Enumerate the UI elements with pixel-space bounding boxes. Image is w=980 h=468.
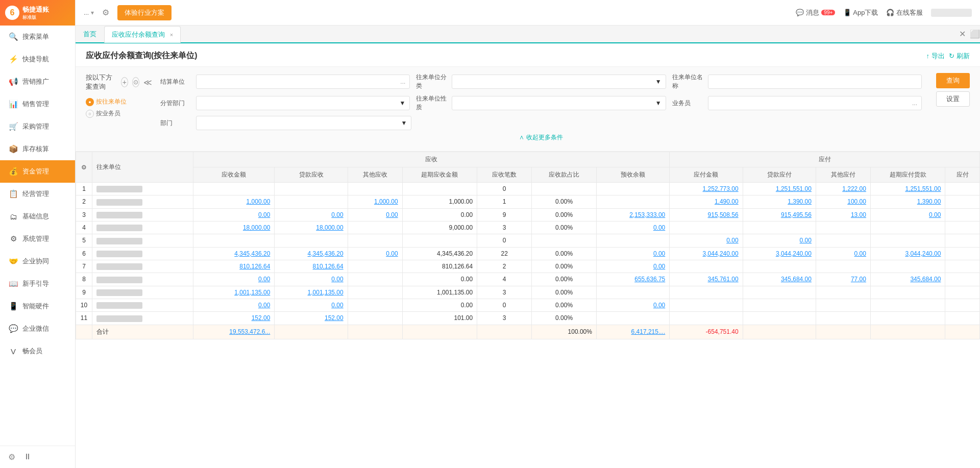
- sidebar-item-label: 企业协同: [22, 257, 49, 266]
- cell-8: [743, 286, 816, 299]
- scheme-partner-unit[interactable]: ● 按往来单位: [86, 97, 152, 106]
- sidebar-item-搜索菜单[interactable]: 🔍搜索菜单: [0, 26, 75, 48]
- export-button[interactable]: ↑ 导出: [926, 52, 945, 61]
- cell-3: 810,126.64: [402, 260, 477, 273]
- cell-9: [816, 286, 870, 299]
- table-row: 80.000.000.0040.00%655,636.75345,761.003…: [76, 273, 980, 286]
- table-row: 21,000.001,000.001,000.0010.00%1,490.001…: [76, 195, 980, 208]
- summary-ar-overdue: [402, 325, 477, 339]
- sidebar-item-label: 新手引导: [22, 279, 49, 288]
- sidebar-item-label: 采购管理: [22, 122, 49, 131]
- refresh-button[interactable]: ↻ 刷新: [949, 52, 970, 61]
- cell-seq: 1: [76, 183, 92, 195]
- sidebar-item-智能硬件[interactable]: 📱智能硬件: [0, 295, 75, 317]
- cell-9: 0.00: [816, 247, 870, 260]
- tab-ar-query[interactable]: 应收应付余额查询 ×: [104, 26, 181, 43]
- cell-4: 0: [477, 299, 532, 311]
- cell-11: [945, 273, 980, 286]
- cell-10: [870, 234, 945, 247]
- data-table: ⚙ 往来单位 应收 应付 应收金额 贷款应收 其他应收 超期应收金额 应收笔数 …: [76, 152, 980, 339]
- cell-0: 0.00: [193, 273, 275, 286]
- sidebar-item-企业协同[interactable]: 🤝企业协同: [0, 250, 75, 273]
- cell-1: [275, 195, 348, 208]
- cell-6: [596, 234, 669, 247]
- settings-button[interactable]: 设置: [936, 91, 970, 107]
- cell-1: 152.00: [275, 312, 348, 325]
- cell-1: 810,126.64: [275, 260, 348, 273]
- cell-partner: [92, 286, 193, 299]
- cell-2: 0.00: [348, 208, 402, 221]
- sidebar-item-畅会员[interactable]: V畅会员: [0, 340, 75, 362]
- filter-add-button[interactable]: +: [121, 77, 128, 87]
- cell-8: 1,390.00: [743, 195, 816, 208]
- online-support-button[interactable]: 🎧 在线客服: [886, 8, 923, 17]
- tab-close-icon[interactable]: ×: [170, 32, 173, 38]
- filter-collapse-button[interactable]: ≪: [143, 78, 152, 87]
- table-settings-icon[interactable]: ⚙: [76, 152, 92, 183]
- cell-3: 4,345,436.20: [402, 247, 477, 260]
- cell-6: [596, 286, 669, 299]
- scheme-salesperson[interactable]: ○ 按业务员: [86, 109, 152, 118]
- table-row: 11152.00152.00101.0030.00%: [76, 312, 980, 325]
- filter-input-settlement[interactable]: ...: [196, 75, 410, 89]
- cell-seq: 9: [76, 286, 92, 299]
- sidebar-item-销售管理[interactable]: 📊销售管理: [0, 93, 75, 115]
- filter-select-dept[interactable]: ▼: [196, 96, 410, 110]
- cell-7: 345,761.00: [670, 273, 743, 286]
- filter-select-department[interactable]: ▼: [196, 116, 411, 130]
- cell-3: [402, 183, 477, 195]
- filter-input-salesperson[interactable]: ...: [708, 96, 922, 110]
- app-download-button[interactable]: 📱 App下载: [843, 8, 878, 17]
- filter-more-conditions[interactable]: ∧ 收起更多条件: [160, 130, 922, 145]
- cell-7: [670, 299, 743, 311]
- scheme2-label: 按业务员: [96, 109, 120, 118]
- sidebar-item-label: 企业微信: [22, 324, 49, 333]
- sidebar-item-采购管理[interactable]: 🛒采购管理: [0, 115, 75, 138]
- cell-10: 345,684.00: [870, 273, 945, 286]
- cell-9: [816, 260, 870, 273]
- cell-seq: 2: [76, 195, 92, 208]
- sidebar-icon: 📱: [8, 301, 18, 311]
- solution-button[interactable]: 体验行业方案: [117, 5, 172, 20]
- cell-0: 152.00: [193, 312, 275, 325]
- window-maximize-button[interactable]: ⬜: [970, 29, 980, 39]
- cell-8: 0.00: [743, 234, 816, 247]
- filter-setting-button[interactable]: ⊙: [132, 77, 139, 87]
- topbar-right: 💬 消息 99+ 📱 App下载 🎧 在线客服: [796, 8, 972, 17]
- topbar-settings-icon[interactable]: ⚙: [102, 8, 109, 17]
- cell-2: [348, 183, 402, 195]
- filter-label-nature: 往来单位性质: [416, 94, 452, 112]
- sidebar-settings-icon[interactable]: ⚙: [8, 452, 15, 462]
- sidebar-item-企业微信[interactable]: 💬企业微信: [0, 317, 75, 340]
- query-button[interactable]: 查询: [936, 73, 970, 88]
- sidebar-item-经营管理[interactable]: 📋经营管理: [0, 183, 75, 205]
- tab-home[interactable]: 首页: [76, 26, 104, 42]
- table-row: 418,000.0018,000.009,000.0030.00%0.00: [76, 221, 980, 234]
- filter-label-name: 往来单位名称: [672, 73, 708, 90]
- sidebar-item-系统管理[interactable]: ⚙系统管理: [0, 228, 75, 250]
- table-row: 500.000.00: [76, 234, 980, 247]
- app-logo: 6 畅捷通账 标准版: [0, 0, 75, 26]
- cell-5: 0.00%: [532, 247, 597, 260]
- filter-label-category: 往来单位分类: [416, 73, 452, 90]
- messages-button[interactable]: 💬 消息 99+: [796, 8, 835, 17]
- th-group-payable: 应付: [670, 152, 980, 167]
- sidebar-item-资金管理[interactable]: 💰资金管理: [0, 160, 75, 183]
- filter-input-name[interactable]: [708, 75, 922, 89]
- cell-partner: [92, 247, 193, 260]
- sidebar-item-营销推广[interactable]: 📢营销推广: [0, 70, 75, 93]
- sidebar-item-库存核算[interactable]: 📦库存核算: [0, 138, 75, 160]
- filter-select-category[interactable]: ▼: [452, 75, 666, 89]
- filter-select-nature[interactable]: ▼: [452, 96, 666, 110]
- window-close-button[interactable]: ✕: [959, 29, 966, 39]
- sidebar-item-快捷导航[interactable]: ⚡快捷导航: [0, 48, 75, 70]
- sidebar-item-基础信息[interactable]: 🗂基础信息: [0, 205, 75, 228]
- table-area: ⚙ 往来单位 应收 应付 应收金额 贷款应收 其他应收 超期应收金额 应收笔数 …: [76, 152, 980, 468]
- cell-4: 1: [477, 195, 532, 208]
- cell-6: 655,636.75: [596, 273, 669, 286]
- sidebar-bottom: ⚙ ⏸: [0, 446, 75, 468]
- filter-area: 按以下方案查询 + ⊙ ≪ ● 按往来单位 ○ 按业务员: [76, 67, 980, 152]
- sidebar-item-新手引导[interactable]: 📖新手引导: [0, 273, 75, 295]
- sidebar-pause-icon[interactable]: ⏸: [23, 452, 32, 462]
- th-ap-col: 应付: [945, 167, 980, 183]
